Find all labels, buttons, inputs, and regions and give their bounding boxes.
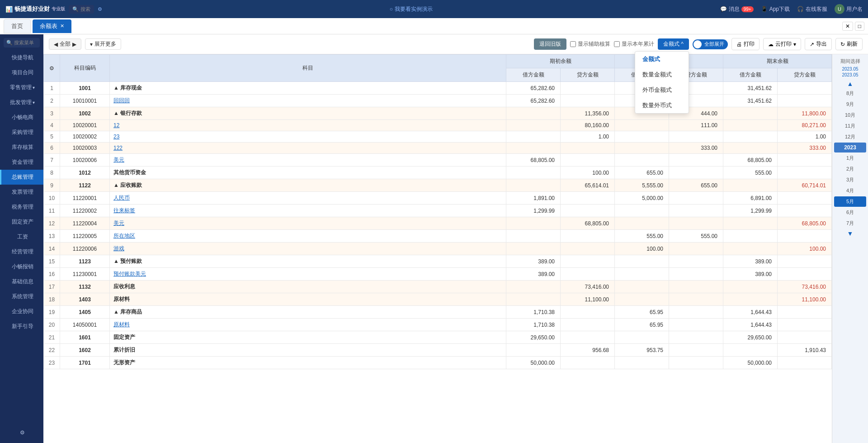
period-jan[interactable]: 1月 [834,153,866,163]
refresh-btn[interactable]: ↻ 刷新 [835,38,863,50]
tab-home[interactable]: 首页 [4,19,31,33]
table-row-name[interactable]: 固定资产 [110,331,506,344]
period-may[interactable]: 5月 [834,196,866,207]
table-row-name[interactable]: 12 [110,120,506,131]
table-row-ob-c [561,95,615,107]
settings-header[interactable]: ⚙ [44,55,60,82]
sidebar-item-retail[interactable]: 零售管理▾ [0,80,43,95]
table-row-name[interactable]: 回回回 [110,95,506,107]
sidebar-item-sales[interactable]: 小畅报销 [0,259,43,274]
sidebar-item-basic[interactable]: 基础信息 [0,274,43,289]
period-dec[interactable]: 12月 [834,132,866,142]
table-row-name[interactable]: ▲ 银行存款 [110,107,506,120]
table-row-no: 8 [44,167,60,179]
toggle-knob [693,40,702,48]
sidebar-item-tax[interactable]: 税务管理 [0,200,43,214]
sidebar-item-ledger[interactable]: 总账管理 [0,170,43,185]
period-end[interactable]: 2023.05 [834,72,866,77]
table-row-cb-d: 555.00 [723,167,778,179]
message-btn[interactable]: 💬 消息 99+ [720,5,754,13]
table-row-name[interactable]: 23 [110,131,506,143]
show-ytd-checkbox[interactable]: 显示本年累计 [614,40,654,48]
period-year-2023[interactable]: 2023 [834,143,866,152]
dropdown-item-foreign-amount[interactable]: 外币金额式 [635,82,689,98]
table-row-name[interactable]: ▲ 库存商品 [110,306,506,319]
tab-close-icon[interactable]: ✕ [60,23,64,29]
sidebar-item-ecommerce[interactable]: 小畅电商 [0,110,43,125]
sidebar-item-cooperation[interactable]: 企业协同 [0,304,43,319]
download-btn[interactable]: 📱 App下载 [761,5,790,13]
sidebar-item-capital[interactable]: 资金管理 [0,155,43,170]
sidebar-item-salary[interactable]: 工资 [0,229,43,244]
cb-debit-header: 借方金额 [723,68,778,82]
table-row-name[interactable]: ▲ 库存现金 [110,82,506,95]
ytd-checkbox-input[interactable] [614,41,620,47]
cloud-print-btn[interactable]: ☁ 云打印 ▾ [763,38,801,50]
back-old-version-btn[interactable]: 退回旧版 [534,38,566,50]
breadcrumb-all[interactable]: ◀ 全部 ▶ [49,38,81,50]
expand-all-toggle[interactable]: 全部展开 [693,39,728,49]
table-row-cb-c: 11,100.00 [778,293,832,306]
period-down-nav[interactable]: ▼ [834,229,866,238]
table-row-name[interactable]: 其他货币资金 [110,167,506,179]
table-row-name[interactable]: 原材料 [110,293,506,306]
auxiliary-checkbox-input[interactable] [570,41,576,47]
table-row-name[interactable]: 往来标签 [110,205,506,217]
period-apr[interactable]: 4月 [834,186,866,196]
sidebar-item-inventory[interactable]: 库存核算 [0,140,43,155]
period-up-nav[interactable]: ▲ [834,79,866,88]
period-start[interactable]: 2023.05 [834,67,866,71]
period-aug[interactable]: 8月 [834,88,866,99]
settings-icon[interactable]: ⚙ [98,6,102,12]
table-row-name[interactable]: 人民币 [110,192,506,205]
mode-btn[interactable]: 金额式 ^ [658,38,689,50]
table-container[interactable]: ⚙ 科目编码 科目 期初余额 本期发生额 期末余额 借方金额 贷方金额 借方金额… [43,54,832,443]
service-btn[interactable]: 🎧 在线客服 [797,5,827,13]
table-row-name[interactable]: ▲ 预付账款 [110,255,506,268]
dropdown-item-qty-foreign[interactable]: 数量外币式 [635,98,689,113]
table-row-name[interactable]: 游戏 [110,243,506,255]
sidebar-settings-btn[interactable]: ⚙ [17,426,27,439]
table-row-name[interactable]: 累计折旧 [110,344,506,357]
demo-link[interactable]: ○ 我要看实例演示 [390,5,433,13]
table-row-name[interactable]: 无形资产 [110,357,506,369]
print-btn[interactable]: 🖨 打印 [731,38,760,50]
export-btn[interactable]: ↗ 导出 [805,38,832,50]
sidebar-item-operations[interactable]: 经营管理 [0,244,43,259]
table-row-name[interactable]: ▲ 应收账款 [110,179,506,192]
period-feb[interactable]: 2月 [834,164,866,174]
table-row-name[interactable]: 122 [110,143,506,154]
table-row-ob-c: 65,614.01 [561,179,615,192]
search-bar[interactable]: 🔍搜索 [69,5,94,14]
window-maximize-btn[interactable]: □ [855,22,864,31]
table-row-name[interactable]: 预付账款美元 [110,268,506,281]
window-close-btn[interactable]: ✕ [842,22,853,31]
table-row-name[interactable]: 应收利息 [110,281,506,293]
sidebar-item-fixed[interactable]: 固定资产 [0,214,43,229]
tab-balance[interactable]: 余额表 ✕ [33,19,71,33]
sidebar-item-project[interactable]: 项目合同 [0,65,43,80]
expand-more-btn[interactable]: ▾ 展开更多 [85,38,121,50]
dropdown-item-amount[interactable]: 金额式 [635,52,689,67]
period-mar[interactable]: 3月 [834,175,866,185]
user-btn[interactable]: U 用户名 [835,4,863,14]
period-jun[interactable]: 6月 [834,207,866,218]
show-auxiliary-checkbox[interactable]: 显示辅助核算 [570,40,610,48]
sidebar-item-wholesale[interactable]: 批发管理▾ [0,95,43,110]
sidebar-item-quick-nav[interactable]: 快捷导航 [0,50,43,65]
dropdown-item-qty-amount[interactable]: 数量金额式 [635,67,689,82]
table-row-name[interactable]: 原材料 [110,319,506,331]
sidebar-item-invoice[interactable]: 发票管理 [0,185,43,200]
sidebar-item-system[interactable]: 系统管理 [0,289,43,304]
period-nov[interactable]: 11月 [834,121,866,131]
sidebar-item-purchase[interactable]: 采购管理 [0,125,43,140]
sidebar-item-guide[interactable]: 新手引导 [0,319,43,334]
sidebar-search-bar[interactable]: 🔍 搜索菜单 [4,38,40,48]
period-oct[interactable]: 10月 [834,110,866,120]
period-jul[interactable]: 7月 [834,218,866,229]
table-row-name[interactable]: 美元 [110,217,506,230]
table-row-name[interactable]: 美元 [110,154,506,167]
table-row-ob-d [506,107,561,120]
table-row-name[interactable]: 所在地区 [110,230,506,243]
period-sep[interactable]: 9月 [834,99,866,110]
